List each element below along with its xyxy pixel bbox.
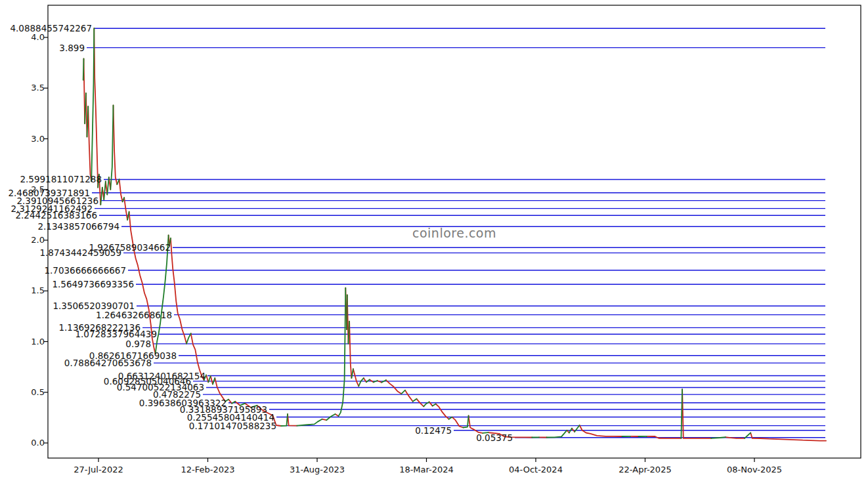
y-tick-label: 3.5 (5, 83, 45, 93)
x-tick-label: 08-Nov-2025 (715, 465, 794, 475)
x-tick-label: 27-Jul-2022 (59, 465, 138, 475)
x-tick-label: 22-Apr-2025 (606, 465, 685, 475)
y-tick-label: 4.0 (5, 32, 45, 43)
y-tick-label: 2.5 (5, 184, 45, 195)
y-tick-label: 3.0 (5, 134, 45, 144)
x-tick-label: 18-Mar-2024 (387, 465, 466, 475)
x-tick-label: 31-Aug-2023 (278, 465, 357, 475)
candlestick-chart (0, 0, 868, 483)
y-tick-label: 1.0 (5, 337, 45, 347)
price-chart-canvas: 0.00.51.01.52.02.53.03.54.027-Jul-202212… (0, 0, 868, 483)
y-tick-label: 2.0 (5, 235, 45, 245)
x-tick-label: 04-Oct-2024 (496, 465, 575, 475)
watermark: coinlore.com (412, 226, 496, 240)
y-tick-label: 0.0 (5, 438, 45, 448)
x-tick-label: 12-Feb-2023 (169, 465, 248, 475)
y-tick-label: 0.5 (5, 387, 45, 398)
y-tick-label: 1.5 (5, 285, 45, 296)
